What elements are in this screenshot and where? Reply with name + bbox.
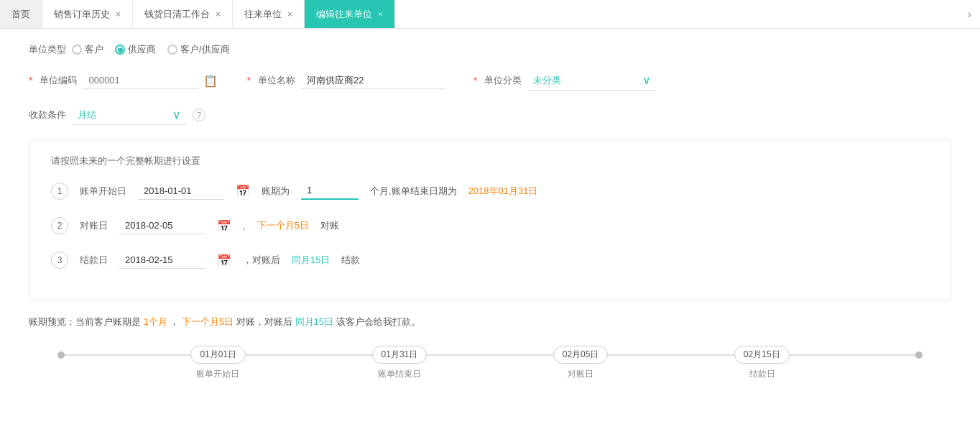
timeline-line-4 <box>608 354 734 356</box>
unit-category-dropdown[interactable]: 未分类 ∨ <box>527 70 657 91</box>
payment-row: 3 结款日 📅 ，对账后 同月15日 结款 <box>51 252 929 269</box>
payment-date-input[interactable] <box>119 252 205 269</box>
tab-partner-units[interactable]: 往来单位 × <box>233 0 305 28</box>
reconcile-date-input[interactable] <box>119 217 205 234</box>
tab-sales-history-close[interactable]: × <box>116 9 121 19</box>
bill-start-date-input[interactable] <box>138 183 224 200</box>
unit-category-value: 未分类 <box>533 74 637 87</box>
radio-supplier[interactable]: 供应商 <box>115 43 156 56</box>
unit-type-row: 单位类型 客户 供应商 客户/供应商 <box>29 43 951 56</box>
timeline: 01月01日 01月31日 02月05日 02月15日 账单开始日 <box>29 346 951 380</box>
payment-suffix-2: 结款 <box>341 254 360 267</box>
bill-start-suffix-before: 账期为 <box>262 185 290 198</box>
tab-edit-partner-label: 编辑往来单位 <box>316 8 372 21</box>
unit-category-field: * 单位分类 未分类 ∨ <box>473 70 657 91</box>
payment-calendar-icon[interactable]: 📅 <box>217 254 231 267</box>
account-period-section: 请按照未来的一个完整帐期进行设置 1 账单开始日 📅 账期为 个月,账单结束日期… <box>29 139 951 301</box>
unit-name-field: * 单位名称 <box>246 72 444 89</box>
unit-category-required: * <box>473 75 477 86</box>
timeline-pill-3: 02月05日 <box>553 346 609 364</box>
timeline-line-5 <box>790 354 915 356</box>
section-desc: 请按照未来的一个完整帐期进行设置 <box>51 155 929 167</box>
tab-more-button[interactable]: › <box>959 8 980 21</box>
timeline-pill-4: 02月15日 <box>734 346 790 364</box>
preview-text: 账期预览：当前客户账期是 1个月 ， 下一个月5日 对账，对账后 同月15日 该… <box>29 316 951 328</box>
bill-start-label: 账单开始日 <box>80 185 126 198</box>
unit-code-input[interactable] <box>83 72 198 89</box>
timeline-node-3: 02月05日 <box>553 346 609 364</box>
bill-months-input[interactable] <box>301 182 359 200</box>
payment-terms-dropdown-icon: ∨ <box>172 108 181 121</box>
timeline-label-2: 账单结束日 <box>378 368 421 380</box>
preview-part1: 1个月 <box>144 316 167 327</box>
radio-customer-label: 客户 <box>85 43 103 56</box>
tab-home-label: 首页 <box>11 8 30 21</box>
bill-start-suffix-after: 个月,账单结束日期为 <box>370 185 457 198</box>
tab-home[interactable]: 首页 <box>0 0 42 28</box>
timeline-line-3 <box>427 354 553 356</box>
tab-partner-units-close[interactable]: × <box>287 9 292 19</box>
unit-code-required: * <box>29 75 32 86</box>
bill-start-row: 1 账单开始日 📅 账期为 个月,账单结束日期为 2018年01月31日 <box>51 182 929 200</box>
unit-type-radio-group: 客户 供应商 客户/供应商 <box>72 43 230 56</box>
payment-terms-row: 收款条件 月结 ∨ ? <box>29 105 951 125</box>
reconcile-row: 2 对账日 📅 , 下一个月5日 对账 <box>51 217 929 234</box>
unit-code-field: * 单位编码 📋 <box>29 72 218 89</box>
tab-cash-work-label: 钱货日清工作台 <box>144 8 210 21</box>
preview-part3: 同月15日 <box>295 316 333 327</box>
radio-supplier-label: 供应商 <box>128 43 156 56</box>
unit-name-required: * <box>246 75 250 86</box>
timeline-pill-1: 01月01日 <box>190 346 246 364</box>
tab-cash-work-close[interactable]: × <box>216 9 221 19</box>
unit-info-row: * 单位编码 📋 * 单位名称 * 单位分类 未分类 ∨ <box>29 70 951 91</box>
main-content: 单位类型 客户 供应商 客户/供应商 * 单位编码 <box>0 29 980 437</box>
timeline-start-dot <box>57 351 65 359</box>
tab-sales-history[interactable]: 销售订单历史 × <box>42 0 133 28</box>
unit-code-label: 单位编码 <box>40 74 77 87</box>
tab-edit-partner-close[interactable]: × <box>378 9 383 19</box>
timeline-pill-2: 01月31日 <box>372 346 427 364</box>
row-number-2: 2 <box>51 217 68 234</box>
unit-code-copy-icon[interactable]: 📋 <box>203 74 218 88</box>
reconcile-highlight: 下一个月5日 <box>257 219 309 232</box>
preview-suffix: 该客户会给我打款。 <box>336 316 420 327</box>
timeline-label-4: 结款日 <box>741 368 784 380</box>
preview-prefix: 账期预览：当前客户账期是 <box>29 316 141 327</box>
unit-type-field: 单位类型 客户 供应商 客户/供应商 <box>29 43 230 56</box>
preview-part2: 下一个月5日 <box>182 316 234 327</box>
timeline-node-1: 01月01日 <box>190 346 246 364</box>
row-number-3: 3 <box>51 252 68 269</box>
unit-category-dropdown-icon: ∨ <box>642 73 651 87</box>
radio-customer-supplier[interactable]: 客户/供应商 <box>167 43 230 56</box>
timeline-node-2: 01月31日 <box>372 346 427 364</box>
unit-type-label: 单位类型 <box>29 43 66 56</box>
row-number-1: 1 <box>51 183 68 200</box>
preview-sep1: ， <box>170 316 179 327</box>
payment-suffix-1: ，对账后 <box>243 254 280 267</box>
bill-start-calendar-icon[interactable]: 📅 <box>236 184 250 198</box>
unit-name-input[interactable] <box>301 72 445 89</box>
tab-edit-partner[interactable]: 编辑往来单位 × <box>305 0 395 28</box>
timeline-line-1 <box>65 354 190 356</box>
payment-terms-field: 收款条件 月结 ∨ ? <box>29 105 205 125</box>
reconcile-calendar-icon[interactable]: 📅 <box>217 219 231 233</box>
bill-end-date: 2018年01月31日 <box>468 185 538 198</box>
unit-name-label: 单位名称 <box>258 74 295 87</box>
timeline-end-dot <box>915 351 923 359</box>
preview-sep2: 对账，对账后 <box>236 316 295 327</box>
radio-customer[interactable]: 客户 <box>72 43 103 56</box>
timeline-label-3: 对账日 <box>559 368 602 380</box>
timeline-label-1: 账单开始日 <box>196 368 239 380</box>
payment-terms-value: 月结 <box>78 109 167 121</box>
radio-customer-circle <box>72 45 82 55</box>
tab-cash-work[interactable]: 钱货日清工作台 × <box>133 0 233 28</box>
payment-terms-dropdown[interactable]: 月结 ∨ <box>72 105 187 125</box>
payment-terms-label: 收款条件 <box>29 109 66 121</box>
help-icon[interactable]: ? <box>193 109 205 121</box>
radio-customer-supplier-label: 客户/供应商 <box>180 43 230 56</box>
payment-label: 结款日 <box>80 254 108 267</box>
timeline-node-4: 02月15日 <box>734 346 790 364</box>
reconcile-suffix-1: , <box>243 221 246 231</box>
radio-supplier-circle <box>115 45 125 55</box>
payment-highlight: 同月15日 <box>292 254 330 267</box>
